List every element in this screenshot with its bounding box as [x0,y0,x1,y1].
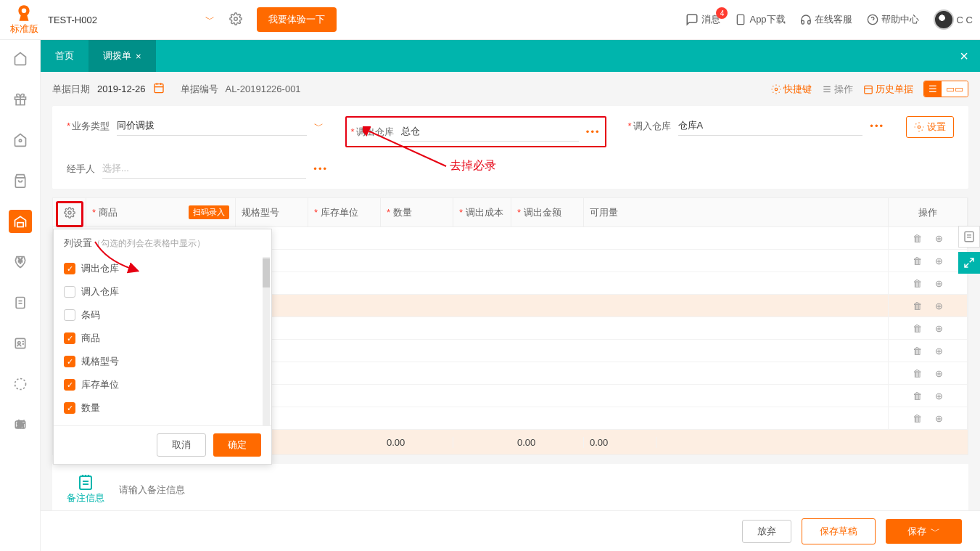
top-bar: 标准版 TEST-H002 ﹀ 我要体验一下 消息 4 App下载 在线客服 帮… [0,0,980,40]
business-type-field[interactable]: *业务类型 同价调拨 ﹀ [67,116,324,136]
copy-icon[interactable]: ⊕ [935,301,943,311]
sidebar-home-icon[interactable] [9,47,32,70]
tab-transfer[interactable]: 调拨单 × [88,40,156,72]
column-option-label: 数量 [81,401,100,415]
copy-icon[interactable]: ⊕ [935,391,943,401]
right-float-tools [958,226,980,274]
help-link[interactable]: 帮助中心 [867,13,919,26]
user-menu[interactable]: C C [934,9,973,30]
tabs-close-all[interactable]: × [948,40,980,72]
sidebar-tag-icon[interactable] [9,128,32,152]
copy-icon[interactable]: ⊕ [935,323,943,334]
sidebar-money-icon[interactable]: ¥ [9,250,32,274]
tabs-bar: 首页 调拨单 × × [41,40,980,72]
message-badge: 4 [716,7,728,19]
column-option[interactable]: ✓规格型号 [64,350,261,373]
save-draft-button[interactable]: 保存草稿 [802,518,876,544]
more-icon[interactable]: ••• [586,126,601,137]
confirm-button[interactable]: 确定 [213,433,261,457]
delete-icon[interactable]: 🗑 [913,233,922,244]
copy-icon[interactable]: ⊕ [935,233,943,244]
checkbox[interactable] [64,309,75,321]
delete-icon[interactable]: 🗑 [913,391,922,401]
sidebar-contact-icon[interactable] [9,332,32,355]
store-selector[interactable]: TEST-H002 ﹀ [41,13,222,26]
column-option[interactable]: ✓数量 [64,396,261,420]
trial-button[interactable]: 我要体验一下 [257,7,337,32]
cancel-button[interactable]: 取消 [157,433,206,457]
sidebar-loading-icon[interactable] [9,372,32,396]
operation-menu[interactable]: 操作 [822,83,853,96]
doc-no-label: 单据编号 [181,83,218,96]
chevron-down-icon: ﹀ [314,120,324,133]
sidebar-gift-icon[interactable] [9,88,32,111]
svg-rect-18 [155,84,163,93]
checkbox[interactable] [64,286,75,298]
column-option-label: 商品 [81,332,100,345]
checkbox[interactable]: ✓ [64,402,75,414]
sidebar-new-icon[interactable]: 新 [9,413,32,436]
scan-tag[interactable]: 扫码录入 [189,205,229,219]
checkbox[interactable]: ✓ [64,263,75,274]
doc-no-value: AL-20191226-001 [226,83,301,94]
date-value[interactable]: 2019-12-26 [97,83,146,94]
column-option[interactable]: 单位2 [64,420,261,425]
delete-icon[interactable]: 🗑 [913,256,922,266]
gear-icon[interactable] [222,12,250,28]
svg-text:新: 新 [16,420,24,428]
delete-icon[interactable]: 🗑 [913,346,922,356]
svg-point-15 [15,379,25,390]
column-option[interactable]: 调入仓库 [64,280,261,303]
column-settings-button[interactable] [53,198,86,226]
copy-icon[interactable]: ⊕ [935,278,943,289]
remark-icon: 备注信息 [67,474,104,505]
calendar-icon[interactable] [153,82,165,96]
more-icon[interactable]: ••• [313,163,328,174]
shortcut-link[interactable]: 快捷键 [771,83,812,96]
svg-point-30 [68,211,71,214]
delete-icon[interactable]: 🗑 [913,301,922,311]
app-download-link[interactable]: App下载 [735,13,785,26]
copy-icon[interactable]: ⊕ [935,346,943,356]
checkbox[interactable]: ✓ [64,356,75,367]
list-view-icon[interactable]: ☰ [924,81,942,97]
col-unit: *库存单位 [308,198,381,226]
close-icon[interactable]: × [136,51,141,62]
delete-icon[interactable]: 🗑 [913,413,922,424]
column-option[interactable]: ✓库存单位 [64,373,261,396]
tab-home[interactable]: 首页 [41,40,88,72]
delete-icon[interactable]: 🗑 [913,368,922,379]
discard-button[interactable]: 放弃 [742,520,791,543]
history-link[interactable]: 历史单据 [863,83,913,96]
more-icon[interactable]: ••• [870,121,884,131]
checkbox[interactable]: ✓ [64,332,75,344]
view-toggle[interactable]: ☰ ▭▭ [923,81,968,97]
customer-service-link[interactable]: 在线客服 [800,13,852,26]
handler-field[interactable]: 经手人 选择... ••• [67,159,328,179]
settings-button[interactable]: 设置 [906,116,954,138]
expand-icon[interactable] [958,252,980,274]
sidebar-bag-icon[interactable] [9,169,32,192]
grid-view-icon[interactable]: ▭▭ [942,81,968,97]
col-amt: *调出金额 [511,198,584,226]
copy-icon[interactable]: ⊕ [935,368,943,379]
out-warehouse-field[interactable]: *调出仓库 总仓 ••• [345,116,606,147]
remark-input[interactable] [119,484,954,495]
svg-rect-8 [17,223,22,227]
column-option[interactable]: 条码 [64,303,261,327]
delete-icon[interactable]: 🗑 [913,278,922,289]
note-icon[interactable] [958,226,980,248]
sidebar-clipboard-icon[interactable] [9,291,32,314]
copy-icon[interactable]: ⊕ [935,413,943,424]
save-button[interactable]: 保存 ﹀ [886,519,962,544]
column-option-label: 单位2 [81,425,105,425]
column-option[interactable]: ✓商品 [64,327,261,350]
column-option[interactable]: ✓调出仓库 [64,257,261,280]
messages-link[interactable]: 消息 4 [685,13,720,26]
delete-icon[interactable]: 🗑 [913,323,922,334]
sidebar-warehouse-icon[interactable] [9,210,32,233]
checkbox[interactable]: ✓ [64,379,75,391]
copy-icon[interactable]: ⊕ [935,256,943,266]
in-warehouse-field[interactable]: *调入仓库 仓库A ••• [628,116,885,136]
date-label: 单据日期 [52,83,90,96]
